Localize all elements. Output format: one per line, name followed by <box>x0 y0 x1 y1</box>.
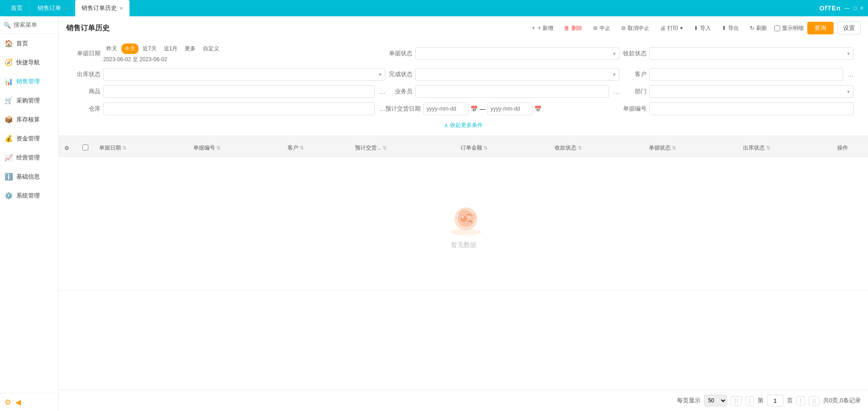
th-gear[interactable]: ⚙ <box>59 140 77 157</box>
collapse-more[interactable]: ∧ 收起更多条件 <box>73 120 854 133</box>
tab-sales-history-close[interactable]: × <box>120 5 122 11</box>
sidebar-item-finance-label: 资金管理 <box>16 135 40 143</box>
empty-row: 暂无数据 <box>59 157 868 290</box>
receipt-status-input[interactable] <box>649 47 854 60</box>
expected-date-to[interactable] <box>487 102 532 115</box>
salesman-dots[interactable]: ... <box>614 87 619 96</box>
import-button[interactable]: ⬇ 导入 <box>690 23 715 34</box>
next-page-btn[interactable]: ⟩ <box>796 396 805 406</box>
cancel-stop-button[interactable]: ⊘ 取消中止 <box>618 23 653 34</box>
sidebar-item-nav[interactable]: 🧭 快捷导航 <box>0 53 58 72</box>
sidebar-item-system-label: 系统管理 <box>16 192 40 200</box>
tab-sales-order-close[interactable]: × <box>64 5 67 11</box>
th-expected-date-label: 预计交货... <box>355 145 381 151</box>
print-icon: 🖨 <box>660 25 666 31</box>
prev-page-btn[interactable]: ⟨ <box>745 396 754 406</box>
filter-product: 商品 ... <box>73 85 385 98</box>
sidebar-item-nav-label: 快捷导航 <box>16 58 40 67</box>
bill-status-input[interactable] <box>415 47 619 60</box>
stop-button[interactable]: ⊘ 中止 <box>590 23 614 34</box>
salesman-input[interactable] <box>415 85 609 98</box>
select-all-checkbox[interactable] <box>82 145 88 150</box>
new-button[interactable]: + + 新增 <box>528 23 557 34</box>
sidebar-item-info-label: 基础信息 <box>16 173 40 181</box>
cal-icon-to[interactable]: 📅 <box>534 106 542 112</box>
page-size-select[interactable]: 50 10 20 100 <box>704 395 727 406</box>
date-btn-1month[interactable]: 近1月 <box>161 44 181 54</box>
tab-home[interactable]: 首页 <box>5 0 29 16</box>
department-wrap[interactable]: ▾ <box>649 85 854 98</box>
sidebar-item-system[interactable]: ⚙️ 系统管理 <box>0 186 58 205</box>
query-button[interactable]: 查询 <box>807 22 834 34</box>
brand-text: OfTEn <box>820 5 841 12</box>
filter-row-1: 单据日期 昨天 今天 近7天 近1月 更多 自定义 2023 <box>73 44 854 63</box>
sidebar-item-sales[interactable]: 📊 销售管理 <box>0 72 58 91</box>
inventory-icon: 📦 <box>5 116 13 124</box>
receipt-status-select-wrap[interactable]: ▾ <box>649 47 854 60</box>
th-customer[interactable]: 客户 <box>282 140 350 157</box>
tab-sales-order[interactable]: 销售订单 × <box>31 0 73 16</box>
print-button[interactable]: 🖨 打印 ▾ <box>657 23 686 34</box>
display-detail-wrap: 显示明细 <box>774 24 804 32</box>
th-bill-status[interactable]: 单据状态 <box>643 140 738 157</box>
date-btn-today[interactable]: 今天 <box>121 44 139 54</box>
last-page-btn[interactable]: ⟩⟩ <box>809 396 820 406</box>
customer-dots[interactable]: ... <box>848 70 854 78</box>
th-receipt-status[interactable]: 收款状态 <box>549 140 643 157</box>
first-page-btn[interactable]: ⟨⟨ <box>731 396 742 406</box>
th-expected-date[interactable]: 预计交货... <box>350 140 455 157</box>
sidebar-item-info[interactable]: ℹ️ 基础信息 <box>0 167 58 186</box>
th-bill-number[interactable]: 单据编号 <box>188 140 282 157</box>
export-button[interactable]: ⬆ 导出 <box>718 23 743 34</box>
top-bar-tabs: 首页 销售订单 × 销售订单历史 × <box>5 0 129 16</box>
customer-label: 客户 <box>619 70 647 78</box>
receipt-status-label: 收款状态 <box>619 49 647 58</box>
th-order-amount[interactable]: 订单金额 <box>455 140 549 157</box>
current-page-input[interactable]: 1 <box>767 395 783 406</box>
expected-date-from[interactable] <box>423 102 469 115</box>
sidebar-item-home[interactable]: 🏠 首页 <box>0 34 58 53</box>
complete-status-input[interactable] <box>415 68 619 81</box>
bill-status-select-wrap[interactable]: ▾ <box>415 47 619 60</box>
th-check[interactable] <box>77 140 94 157</box>
filter-customer: 客户 ... <box>619 68 854 81</box>
date-btn-7days[interactable]: 近7天 <box>139 44 160 54</box>
sidebar-item-purchase[interactable]: 🛒 采购管理 <box>0 91 58 110</box>
product-dots[interactable]: ... <box>379 87 385 96</box>
th-bill-number-label: 单据编号 <box>193 145 215 151</box>
sidebar-collapse-icon[interactable]: ◀ <box>15 398 21 406</box>
bill-number-input[interactable] <box>649 102 854 115</box>
date-btn-more[interactable]: 更多 <box>182 44 199 54</box>
cal-icon-from[interactable]: 📅 <box>470 106 478 112</box>
th-out-stock-status[interactable]: 出库状态 <box>738 140 832 157</box>
sidebar: 🔍 搜索菜单 🏠 首页 🧭 快捷导航 📊 销售管理 🛒 采购管理 📦 库存核算 … <box>0 16 59 411</box>
sidebar-search[interactable]: 🔍 搜索菜单 <box>0 16 58 34</box>
out-stock-status-input[interactable] <box>103 68 385 81</box>
customer-input[interactable] <box>649 68 843 81</box>
sidebar-item-home-label: 首页 <box>16 39 28 48</box>
date-btn-custom[interactable]: 自定义 <box>200 44 222 54</box>
window-close[interactable]: × <box>860 5 863 11</box>
warehouse-dots[interactable]: ... <box>379 105 385 113</box>
department-input[interactable] <box>649 85 854 98</box>
window-maximize[interactable]: □ <box>854 5 857 11</box>
sidebar-item-finance[interactable]: 💰 资金管理 <box>0 129 58 148</box>
th-bill-date[interactable]: 单据日期 <box>94 140 188 157</box>
product-input[interactable] <box>103 85 375 98</box>
sidebar-item-operation[interactable]: 📈 经营管理 <box>0 148 58 167</box>
delete-button[interactable]: 🗑 删除 <box>561 23 586 34</box>
refresh-button[interactable]: ↻ 刷新 <box>746 23 771 34</box>
out-stock-status-wrap[interactable]: ▾ <box>103 68 385 81</box>
tab-sales-history[interactable]: 销售订单历史 × <box>75 0 129 16</box>
warehouse-input[interactable] <box>103 102 375 115</box>
complete-status-wrap[interactable]: ▾ <box>415 68 619 81</box>
date-btn-yesterday[interactable]: 昨天 <box>103 44 120 54</box>
setting-button[interactable]: 设置 <box>837 22 861 34</box>
sidebar-item-inventory[interactable]: 📦 库存核算 <box>0 110 58 129</box>
sidebar-settings-icon[interactable]: ⚙ <box>5 398 11 406</box>
home-icon: 🏠 <box>5 39 13 48</box>
display-detail-checkbox[interactable] <box>774 25 780 31</box>
pagination: 每页显示 50 10 20 100 ⟨⟨ ⟨ 第 1 页 ⟩ ⟩⟩ 共0页,0条… <box>59 390 868 411</box>
window-minimize[interactable]: — <box>844 5 850 11</box>
filter-bill-number: 单据编号 <box>619 102 854 115</box>
